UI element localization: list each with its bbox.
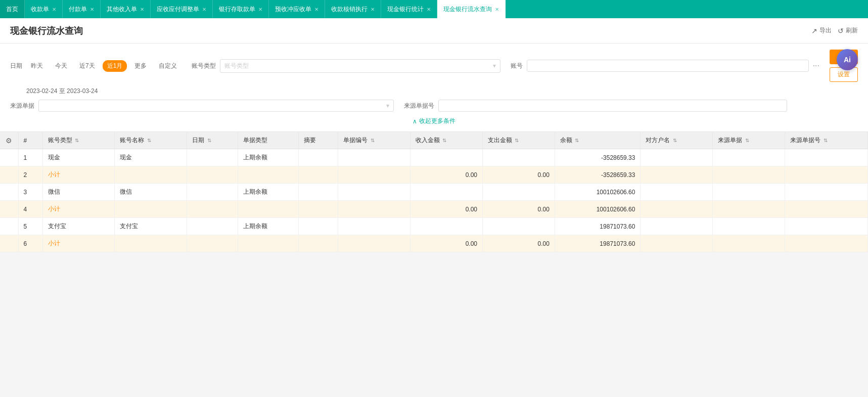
table-cell <box>187 201 238 218</box>
date-btn-more[interactable]: 更多 <box>130 60 151 72</box>
table-cell: 小计 <box>42 166 115 184</box>
table-cell <box>785 184 868 201</box>
table-cell <box>299 218 338 235</box>
export-button[interactable]: ↗ 导出 <box>811 26 832 35</box>
nav-tab-receipt-label: 收款单 <box>31 5 49 14</box>
date-btn-custom[interactable]: 自定义 <box>154 60 181 72</box>
table-body: 1现金现金上期余额-3528659.332小计0.000.00-3528659.… <box>0 149 868 252</box>
date-range-value: 2023-02-24 至 2023-03-24 <box>26 87 98 95</box>
table-header-row: ⚙ # 账号类型 ⇅ 账号名称 ⇅ 日期 ⇅ 单据类型 摘要 单据编 <box>0 132 868 149</box>
nav-tab-cash-flow-label: 现金银行流水查询 <box>443 5 492 14</box>
ai-assistant-button[interactable]: Ai <box>837 49 858 70</box>
nav-tab-cash-stat-label: 现金银行统计 <box>387 5 424 14</box>
table-cell <box>299 235 338 252</box>
export-icon: ↗ <box>811 27 817 35</box>
nav-tab-cash-flow[interactable]: 现金银行流水查询 ✕ <box>437 0 506 18</box>
table-cell: 小计 <box>42 235 115 252</box>
refresh-label: 刷新 <box>846 26 858 35</box>
gear-icon: ⚙ <box>6 137 12 145</box>
table-row[interactable]: 4小计0.000.00100102606.60 <box>0 201 868 218</box>
table-cell: 现金 <box>115 149 187 166</box>
col-doc-type: 单据类型 <box>238 132 299 149</box>
close-icon[interactable]: ✕ <box>52 7 56 12</box>
date-btn-yesterday[interactable]: 昨天 <box>26 60 48 72</box>
table-row[interactable]: 1现金现金上期余额-3528659.33 <box>0 149 868 166</box>
date-btn-7days[interactable]: 近7天 <box>75 60 100 72</box>
nav-tab-other-income[interactable]: 其他收入单 ✕ <box>101 0 151 18</box>
table-cell <box>785 235 868 252</box>
table-cell <box>410 184 483 201</box>
sort-icon[interactable]: ⇅ <box>147 138 151 143</box>
sort-icon[interactable]: ⇅ <box>442 138 446 143</box>
table-cell: 支付宝 <box>115 218 187 235</box>
table-cell: 4 <box>18 201 42 218</box>
close-icon[interactable]: ✕ <box>427 7 431 12</box>
chevron-down-icon: ▾ <box>493 62 496 69</box>
sort-icon[interactable]: ⇅ <box>575 138 579 143</box>
col-counterpart: 对方户名 ⇅ <box>641 132 713 149</box>
close-icon[interactable]: ✕ <box>258 7 262 12</box>
col-doc-no: 单据编号 ⇅ <box>338 132 410 149</box>
sort-icon[interactable]: ⇅ <box>207 138 211 143</box>
table-cell <box>238 166 299 184</box>
table-cell <box>641 235 713 252</box>
sort-icon[interactable]: ⇅ <box>371 138 375 143</box>
date-btn-1month[interactable]: 近1月 <box>103 60 127 72</box>
col-income-label: 收入金额 <box>416 137 440 144</box>
table-row[interactable]: 3微信微信上期余额100102606.60 <box>0 184 868 201</box>
table-cell <box>713 184 785 201</box>
table-row[interactable]: 2小计0.000.00-3528659.33 <box>0 166 868 184</box>
table-cell <box>713 149 785 166</box>
table-row[interactable]: 6小计0.000.0019871073.60 <box>0 235 868 252</box>
sort-icon[interactable]: ⇅ <box>673 138 677 143</box>
collapse-bar[interactable]: ∧ 收起更多条件 <box>10 117 858 125</box>
sort-icon[interactable]: ⇅ <box>824 138 828 143</box>
table-cell <box>115 201 187 218</box>
date-label: 日期 <box>10 62 22 70</box>
table-cell <box>338 184 410 201</box>
table-cell: 上期余额 <box>238 149 299 166</box>
refresh-button[interactable]: ↺ 刷新 <box>838 26 858 35</box>
close-icon[interactable]: ✕ <box>495 7 499 12</box>
table-cell <box>115 166 187 184</box>
nav-tab-home[interactable]: 首页 <box>0 0 25 18</box>
nav-tab-ar-ap-adjust[interactable]: 应收应付调整单 ✕ <box>151 0 213 18</box>
table-cell <box>338 149 410 166</box>
source-doc-no-filter: 来源单据号 <box>404 100 788 112</box>
date-btn-today[interactable]: 今天 <box>51 60 72 72</box>
col-source-doc-no-label: 来源单据号 <box>790 137 820 144</box>
table-cell: -3528659.33 <box>555 166 641 184</box>
ellipsis-icon[interactable]: ··· <box>813 61 819 70</box>
close-icon[interactable]: ✕ <box>202 7 206 12</box>
col-source-doc-no: 来源单据号 ⇅ <box>785 132 868 149</box>
nav-tab-receipt[interactable]: 收款单 ✕ <box>25 0 63 18</box>
sort-icon[interactable]: ⇅ <box>75 138 79 143</box>
sort-icon[interactable]: ⇅ <box>515 138 519 143</box>
table-cell: 0.00 <box>410 201 483 218</box>
source-doc-select[interactable]: ▾ <box>38 100 394 112</box>
table-cell <box>0 235 18 252</box>
nav-tab-cash-stat[interactable]: 现金银行统计 ✕ <box>381 0 437 18</box>
table-cell: 支付宝 <box>42 218 115 235</box>
table-cell: 微信 <box>42 184 115 201</box>
sort-icon[interactable]: ⇅ <box>745 138 749 143</box>
col-expense: 支出金额 ⇅ <box>482 132 555 149</box>
nav-tab-payment[interactable]: 付款单 ✕ <box>63 0 101 18</box>
nav-tab-write-off[interactable]: 收款核销执行 ✕ <box>325 0 381 18</box>
nav-tab-pre-receipt[interactable]: 预收冲应收单 ✕ <box>269 0 325 18</box>
col-settings[interactable]: ⚙ <box>0 132 18 149</box>
source-doc-no-input[interactable] <box>438 100 788 112</box>
table-row[interactable]: 5支付宝支付宝上期余额19871073.60 <box>0 218 868 235</box>
account-type-select[interactable]: 账号类型 ▾ <box>220 59 500 73</box>
close-icon[interactable]: ✕ <box>140 7 144 12</box>
account-input[interactable] <box>527 60 808 72</box>
table-cell <box>785 218 868 235</box>
close-icon[interactable]: ✕ <box>371 7 375 12</box>
nav-tab-bank-deposit[interactable]: 银行存取款单 ✕ <box>213 0 269 18</box>
close-icon[interactable]: ✕ <box>314 7 318 12</box>
account-filter: 账号 ··· <box>511 60 819 72</box>
close-icon[interactable]: ✕ <box>90 7 94 12</box>
table-cell <box>187 166 238 184</box>
table-cell: 0.00 <box>482 166 555 184</box>
table-cell <box>785 201 868 218</box>
